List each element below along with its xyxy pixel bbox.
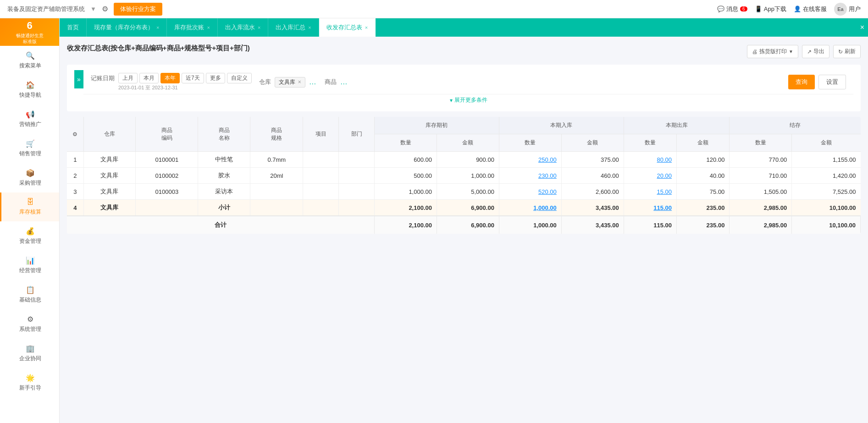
tab-recv-send-close[interactable]: × [365,25,368,30]
sidebar-item-search[interactable]: 🔍 搜索菜单 [0,46,59,75]
online-service-btn[interactable]: 👤 在线客服 [794,5,827,13]
app-download-btn[interactable]: 📱 App下载 [755,5,786,13]
sidebar-item-inventory[interactable]: 🗄 库存核算 [0,192,59,221]
td-out-qty-1[interactable]: 80.00 [624,152,676,168]
sidebar-item-guide[interactable]: 🌟 新手引导 [0,368,59,397]
date-filter-row: 记账日期 上月 本月 本年 近7天 更多 自定义 [91,73,252,83]
td-in-qty-3[interactable]: 520.00 [499,184,561,200]
sidebar-item-quick-nav[interactable]: 🏠 快捷导航 [0,75,59,104]
date-btn-more[interactable]: 更多 [206,73,225,83]
warehouse-dots[interactable]: … [309,78,317,86]
date-btn-this-year[interactable]: 本年 [160,73,180,83]
sidebar-item-purchase[interactable]: 📦 采购管理 [0,163,59,192]
refresh-icon: ↻ [838,49,843,55]
td-name-1: 中性笔 [198,152,250,168]
export-btn-label: 导出 [813,48,824,55]
sidebar-label-inventory: 库存核算 [19,208,41,216]
sidebar-label-guide: 新手引导 [19,384,41,392]
date-btn-custom[interactable]: 自定义 [227,73,252,83]
query-btn[interactable]: 查询 [788,75,815,89]
td-in-qty-2[interactable]: 230.00 [499,168,561,184]
tab-home[interactable]: 首页 [60,18,87,37]
print-btn[interactable]: 🖨 拣货版打印 ▼ [747,45,798,58]
enterprise-icon: 🏢 [26,344,35,353]
sidebar-item-sales[interactable]: 🛒 销售管理 [0,134,59,163]
marketing-icon: 📢 [26,110,35,119]
tab-recv-send-label: 收发存汇总表 [326,23,362,32]
tab-recv-send-summary[interactable]: 收发存汇总表 × [319,18,376,37]
topbar-dropdown-icon[interactable]: ▼ [90,5,96,12]
sidebar-item-operation[interactable]: 📊 经营管理 [0,251,59,280]
sidebar-item-finance[interactable]: 💰 资金管理 [0,221,59,251]
td-project-sub [303,200,339,216]
expand-conditions-btn[interactable]: ▾ 展开更多条件 [450,96,487,104]
td-open-qty-1: 600.00 [375,152,437,168]
td-out-qty-sub[interactable]: 115.00 [624,200,676,216]
logo-text: 畅捷通好生意标准版 [16,33,44,44]
th-in-amt: 金额 [561,134,624,152]
footer-total-label: 合计 [67,216,375,234]
td-in-qty-sub[interactable]: 1,000.00 [499,200,561,216]
td-open-amt-3: 5,000.00 [437,184,499,200]
user-avatar[interactable]: Ea 用户 [834,3,861,16]
td-close-amt-2: 1,420.00 [792,168,861,184]
td-spec-2: 20ml [250,168,303,184]
tab-in-out-summary-label: 出入库汇总 [276,23,305,32]
td-out-qty-2[interactable]: 20.00 [624,168,676,184]
topbar-left: 装备及固定资产辅助管理系统 ▼ ⚙ 体验行业方案 [7,3,162,16]
guide-icon: 🌟 [26,374,35,382]
td-close-amt-sub: 10,100.00 [792,200,861,216]
th-close-qty: 数量 [730,134,792,152]
sales-icon: 🛒 [26,139,35,148]
warehouse-tag-remove[interactable]: × [298,79,301,85]
tab-in-out-summary[interactable]: 出入库汇总 × [268,18,319,37]
sidebar-label-basic-info: 基础信息 [19,296,41,304]
date-btn-last-month[interactable]: 上月 [118,73,138,83]
warehouse-tag: 文具库 × [275,77,305,88]
export-btn[interactable]: ↗ 导出 [802,45,829,58]
warehouse-label: 仓库 [259,78,271,86]
td-num-2: 2 [67,168,83,184]
td-close-amt-3: 7,525.00 [792,184,861,200]
tab-inventory-dist[interactable]: 现存量（库存分布表） × [87,18,167,37]
footer-close-amt: 10,100.00 [792,216,861,234]
sidebar-item-basic-info[interactable]: 📋 基础信息 [0,280,59,309]
page-content: 收发存汇总表(按仓库+商品编码+商品+规格型号+项目+部门) 🖨 拣货版打印 ▼… [60,37,868,423]
th-settings[interactable]: ⚙ [67,117,83,152]
tab-in-out-flow-close[interactable]: × [258,25,260,30]
refresh-btn[interactable]: ↻ 刷新 [833,45,861,58]
tab-bar-close[interactable]: × [860,23,868,32]
table-row: 2 文具库 0100002 胶水 20ml 500.00 1,000.00 23… [67,168,861,184]
td-out-qty-3[interactable]: 15.00 [624,184,676,200]
td-in-qty-1[interactable]: 250.00 [499,152,561,168]
sidebar-item-system[interactable]: ⚙ 系统管理 [0,309,59,339]
filter-expand-btn[interactable]: » [74,70,83,88]
tab-in-out-summary-close[interactable]: × [308,25,311,30]
tab-in-out-flow[interactable]: 出入库流水 × [218,18,268,37]
tab-batch[interactable]: 库存批次账 × [167,18,217,37]
app-download-label: App下载 [764,5,786,13]
td-code-3: 0100003 [136,184,198,200]
td-code-1: 0100001 [136,152,198,168]
online-service-label: 在线客服 [803,5,827,13]
td-close-qty-1: 770.00 [730,152,792,168]
notifications-label: 消息 [726,5,738,13]
td-dept-2 [339,168,375,184]
goods-dots[interactable]: … [340,78,348,86]
settings-gear-btn[interactable]: ⚙ [102,5,108,13]
notifications-btn[interactable]: 💬 消息 6 [717,5,747,13]
td-open-amt-2: 1,000.00 [437,168,499,184]
td-close-qty-2: 710.00 [730,168,792,184]
experience-btn[interactable]: 体验行业方案 [114,3,162,16]
sidebar-item-marketing[interactable]: 📢 营销推广 [0,104,59,134]
setting-btn[interactable]: 设置 [818,75,846,89]
td-warehouse-1: 文具库 [83,152,136,168]
date-btn-this-month[interactable]: 本月 [139,73,159,83]
system-name: 装备及固定资产辅助管理系统 [7,5,85,13]
tab-batch-close[interactable]: × [207,25,210,30]
td-close-amt-1: 1,155.00 [792,152,861,168]
sidebar-item-enterprise[interactable]: 🏢 企业协同 [0,339,59,368]
date-btn-7days[interactable]: 近7天 [182,73,204,83]
app-topbar: 装备及固定资产辅助管理系统 ▼ ⚙ 体验行业方案 💬 消息 6 📱 App下载 … [0,0,868,18]
tab-inventory-dist-close[interactable]: × [156,25,159,30]
